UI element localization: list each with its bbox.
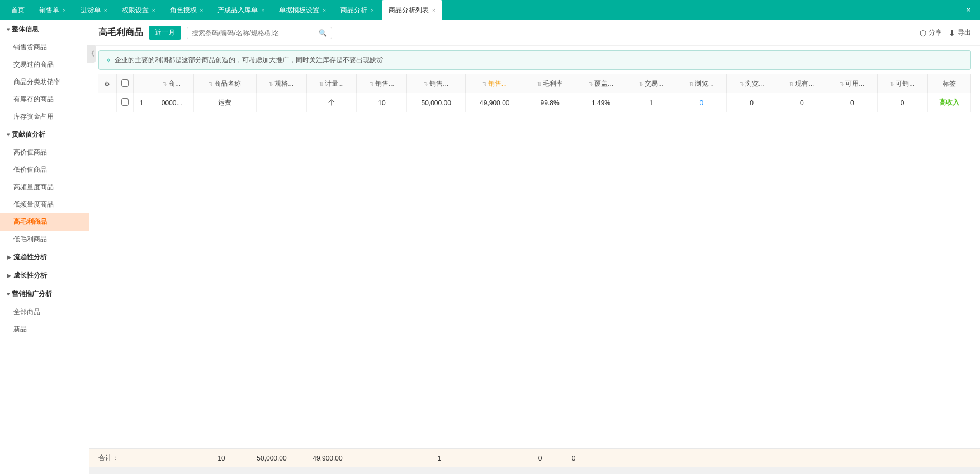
sort-icon: ⇅ bbox=[482, 81, 487, 87]
arrow-down-icon: ▾ bbox=[7, 26, 10, 32]
nav-product-analysis[interactable]: 商品分析 × bbox=[334, 0, 381, 20]
nav-role-permissions[interactable]: 角色授权 × bbox=[163, 0, 210, 20]
col-browse2[interactable]: ⇅浏览... bbox=[727, 74, 777, 93]
sidebar-group-marketing-label: 营销推广分析 bbox=[12, 289, 52, 299]
nav-order-template-close[interactable]: × bbox=[323, 7, 326, 13]
sidebar-item-high-freq-goods[interactable]: 高频量度商品 bbox=[0, 179, 89, 196]
nav-product-entry-close[interactable]: × bbox=[261, 7, 264, 13]
sort-icon: ⇅ bbox=[269, 81, 273, 87]
sidebar-item-traded-goods[interactable]: 交易过的商品 bbox=[0, 56, 89, 73]
sidebar-group-trend-analysis[interactable]: ▶ 流趋性分析 bbox=[0, 248, 89, 266]
footer-sales-qty: 10 bbox=[199, 454, 244, 462]
col-code[interactable]: ⇅商... bbox=[150, 74, 193, 93]
share-button[interactable]: ⬡ 分享 bbox=[920, 28, 942, 37]
col-num bbox=[133, 74, 150, 93]
col-name[interactable]: ⇅商品名称 bbox=[193, 74, 256, 93]
nav-purchase-order-label: 进货单 bbox=[81, 6, 101, 15]
col-available[interactable]: ⇅可用... bbox=[827, 74, 877, 93]
filter-month-button[interactable]: 近一月 bbox=[149, 26, 181, 40]
sort-icon: ⇅ bbox=[424, 81, 428, 87]
cell-spec bbox=[256, 93, 306, 112]
nav-home[interactable]: 首页 bbox=[4, 0, 31, 20]
horizontal-scrollbar[interactable] bbox=[89, 467, 980, 474]
col-sales-cost[interactable]: ⇅销售... bbox=[465, 74, 524, 93]
col-spec[interactable]: ⇅规格... bbox=[256, 74, 306, 93]
sidebar-group-growth-analysis[interactable]: ▶ 成长性分析 bbox=[0, 266, 89, 285]
settings-icon[interactable]: ⚙ bbox=[104, 80, 110, 88]
search-input[interactable] bbox=[192, 29, 315, 37]
sort-icon: ⇅ bbox=[589, 81, 593, 87]
nav-product-analysis-close[interactable]: × bbox=[371, 7, 374, 13]
nav-home-label: 首页 bbox=[11, 6, 25, 15]
nav-order-template[interactable]: 单据模板设置 × bbox=[272, 0, 333, 20]
footer-sales-amount: 50,000.00 bbox=[244, 454, 300, 462]
search-icon[interactable]: 🔍 bbox=[319, 29, 327, 37]
sort-icon: ⇅ bbox=[740, 81, 744, 87]
sidebar-item-low-freq-goods[interactable]: 低频量度商品 bbox=[0, 196, 89, 213]
sidebar-group-overall-info[interactable]: ▾ 整体信息 bbox=[0, 20, 89, 39]
nav-permission-settings[interactable]: 权限设置 × bbox=[115, 0, 162, 20]
arrow-down-icon-3: ▾ bbox=[7, 291, 10, 297]
arrow-right-icon-2: ▶ bbox=[7, 273, 11, 279]
export-button[interactable]: ⬇ 导出 bbox=[949, 28, 971, 37]
info-banner-text: 企业的主要的利润都是这部分商品创造的，可考虑加大推广，同时关注库存是不要出现缺货 bbox=[115, 55, 383, 65]
cell-coverage: 1.49% bbox=[576, 93, 626, 112]
nav-purchase-order-close[interactable]: × bbox=[104, 7, 107, 13]
table-footer: 合计： 10 50,000.00 49,900.00 1 0 0 bbox=[89, 448, 980, 467]
content-header: 高毛利商品 近一月 🔍 ⬡ 分享 ⬇ 导出 bbox=[89, 20, 980, 46]
sidebar-item-high-value-goods[interactable]: 高价值商品 bbox=[0, 144, 89, 161]
sidebar-collapse-button[interactable]: 《 bbox=[87, 45, 96, 63]
nav-product-entry[interactable]: 产成品入库单 × bbox=[211, 0, 271, 20]
cell-browse1[interactable]: 0 bbox=[676, 93, 727, 112]
sidebar-item-new-goods[interactable]: 新品 bbox=[0, 321, 89, 338]
export-label: 导出 bbox=[958, 28, 971, 37]
nav-sales-order[interactable]: 销售单 × bbox=[32, 0, 73, 20]
sidebar-item-low-value-goods[interactable]: 低价值商品 bbox=[0, 161, 89, 179]
cell-unit: 个 bbox=[306, 93, 357, 112]
nav-sales-order-close[interactable]: × bbox=[63, 7, 66, 13]
col-margin-rate[interactable]: ⇅毛利率 bbox=[524, 74, 576, 93]
header-actions: ⬡ 分享 ⬇ 导出 bbox=[920, 28, 971, 37]
sidebar-item-goods-analysis[interactable]: 商品分类助销率 bbox=[0, 73, 89, 91]
nav-purchase-order[interactable]: 进货单 × bbox=[74, 0, 114, 20]
cell-checkbox bbox=[116, 93, 133, 112]
info-icon: ✧ bbox=[106, 57, 111, 64]
arrow-down-icon-2: ▾ bbox=[7, 132, 10, 138]
table-row: 1 0000... 运费 个 10 50,000.00 49,900.00 99… bbox=[98, 93, 971, 112]
footer-browse1 bbox=[456, 454, 490, 462]
col-browse1[interactable]: ⇅浏览... bbox=[676, 74, 727, 93]
sidebar-item-all-goods[interactable]: 全部商品 bbox=[0, 303, 89, 321]
nav-role-permissions-close[interactable]: × bbox=[200, 7, 203, 13]
sidebar-item-in-stock-goods[interactable]: 有库存的商品 bbox=[0, 91, 89, 108]
col-transaction[interactable]: ⇅交易... bbox=[626, 74, 676, 93]
sidebar-item-high-margin-goods[interactable]: 高毛利商品 bbox=[0, 213, 89, 231]
sidebar-item-stock-capital[interactable]: 库存资金占用 bbox=[0, 108, 89, 125]
col-sales-qty[interactable]: ⇅销售... bbox=[357, 74, 407, 93]
nav-product-analysis-list-label: 商品分析列表 bbox=[389, 6, 429, 15]
footer-available: 0 bbox=[557, 454, 590, 462]
nav-product-analysis-list-close[interactable]: × bbox=[432, 7, 435, 13]
row-checkbox[interactable] bbox=[121, 98, 129, 106]
nav-permission-settings-close[interactable]: × bbox=[152, 7, 155, 13]
cell-settings bbox=[98, 93, 116, 112]
select-all-checkbox[interactable] bbox=[121, 79, 129, 87]
nav-product-analysis-list[interactable]: 商品分析列表 × bbox=[382, 0, 442, 20]
cell-sales-cost: 49,900.00 bbox=[465, 93, 524, 112]
col-coverage[interactable]: ⇅覆盖... bbox=[576, 74, 626, 93]
cell-sales-amount: 50,000.00 bbox=[407, 93, 466, 112]
window-close-button[interactable]: × bbox=[962, 3, 976, 17]
col-tag: 标签 bbox=[927, 74, 970, 93]
sidebar-group-wealth-analysis[interactable]: ▾ 贡献值分析 bbox=[0, 125, 89, 144]
col-current-stock[interactable]: ⇅现有... bbox=[777, 74, 827, 93]
col-unit[interactable]: ⇅计量... bbox=[306, 74, 357, 93]
sidebar-item-sales-goods[interactable]: 销售货商品 bbox=[0, 39, 89, 56]
footer-sales-cost: 49,900.00 bbox=[300, 454, 356, 462]
cell-current-stock: 0 bbox=[777, 93, 827, 112]
col-sales-amount[interactable]: ⇅销售... bbox=[407, 74, 466, 93]
sidebar-group-trend-label: 流趋性分析 bbox=[13, 252, 47, 262]
sidebar-item-low-margin-goods[interactable]: 低毛利商品 bbox=[0, 231, 89, 248]
col-saleable[interactable]: ⇅可销... bbox=[877, 74, 927, 93]
col-settings[interactable]: ⚙ bbox=[98, 74, 116, 93]
cell-saleable: 0 bbox=[877, 93, 927, 112]
sidebar-group-marketing-analysis[interactable]: ▾ 营销推广分析 bbox=[0, 285, 89, 303]
